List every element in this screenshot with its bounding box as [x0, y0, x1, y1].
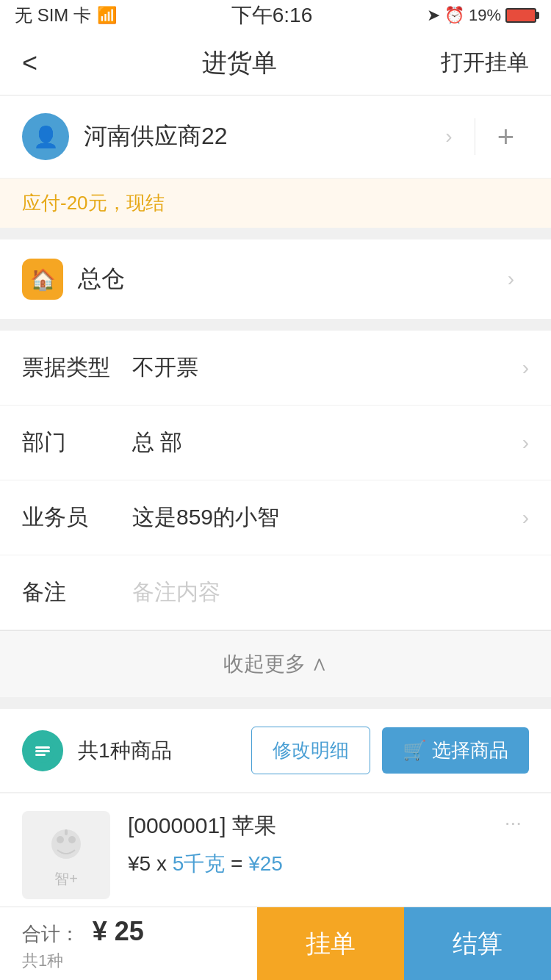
warehouse-name: 总仓: [78, 263, 508, 295]
product-equals: =: [231, 852, 248, 875]
warehouse-icon: 🏠: [22, 259, 63, 300]
add-supplier-button[interactable]: +: [483, 120, 529, 154]
chevron-right-icon: ›: [445, 125, 452, 148]
select-product-button[interactable]: 🛒 选择商品: [382, 727, 529, 774]
status-right: ➤ ⏰ 19%: [427, 6, 536, 25]
product-info: [0000001] 苹果 ¥5 x 5千克 = ¥25: [128, 811, 497, 878]
product-total: ¥25: [248, 852, 283, 875]
svg-point-6: [68, 836, 76, 843]
product-price: ¥5 x 5千克 = ¥25: [128, 850, 497, 878]
open-hang-button[interactable]: 打开挂单: [441, 48, 529, 78]
status-time: 下午6:16: [231, 1, 313, 29]
department-chevron-icon: ›: [522, 431, 529, 455]
product-quantity: 5千克: [173, 852, 226, 875]
page-title: 进货单: [202, 46, 277, 80]
invoice-type-row[interactable]: 票据类型 不开票 ›: [0, 331, 551, 406]
supplier-section: 👤 河南供应商22 › + 应付-20元，现结: [0, 96, 551, 228]
product-unit-price: ¥5 x: [128, 852, 173, 875]
invoice-type-label: 票据类型: [22, 353, 125, 383]
total-label: 合计：: [22, 923, 79, 945]
product-name: [0000001] 苹果: [128, 811, 497, 841]
invoice-type-value: 不开票: [125, 353, 522, 383]
product-header: 共1种商品 修改明细 🛒 选择商品: [0, 709, 551, 793]
product-title: 苹果: [232, 813, 276, 837]
footer-total-row: 合计： ¥ 25: [22, 916, 235, 947]
warehouse-chevron-icon: ›: [508, 267, 514, 291]
battery-percent: 19%: [469, 6, 501, 25]
department-value: 总 部: [125, 428, 522, 458]
location-icon: ➤: [427, 6, 440, 25]
remark-label: 备注: [22, 577, 125, 608]
footer-sub-label: 共1种: [22, 950, 235, 972]
product-code: [0000001]: [128, 813, 232, 837]
product-thumbnail: 智+: [22, 811, 110, 899]
svg-rect-1: [35, 746, 50, 749]
notice-bar: 应付-20元，现结: [0, 179, 551, 228]
avatar-icon: 👤: [33, 125, 59, 149]
collapse-bar[interactable]: 收起更多 ∧: [0, 630, 551, 697]
footer: 合计： ¥ 25 共1种 挂单 结算: [0, 907, 551, 980]
salesperson-chevron-icon: ›: [522, 506, 529, 530]
battery-icon: [505, 8, 536, 23]
product-item: 智+ [0000001] 苹果 ¥5 x 5千克 = ¥25 ···: [0, 793, 551, 917]
settle-button[interactable]: 结算: [404, 907, 551, 981]
notice-text: 应付-20元，现结: [22, 192, 165, 214]
svg-rect-2: [35, 750, 50, 752]
product-count-text: 共1种商品: [78, 737, 251, 765]
supplier-avatar: 👤: [22, 113, 69, 160]
footer-total: 合计： ¥ 25 共1种: [0, 916, 257, 972]
department-row[interactable]: 部门 总 部 ›: [0, 406, 551, 480]
alarm-icon: ⏰: [444, 6, 464, 25]
invoice-chevron-icon: ›: [522, 356, 529, 380]
warehouse-section: 🏠 总仓 ›: [0, 239, 551, 319]
status-bar: 无 SIM 卡 📶 下午6:16 ➤ ⏰ 19%: [0, 0, 551, 31]
salesperson-row[interactable]: 业务员 这是859的小智 ›: [0, 480, 551, 555]
department-label: 部门: [22, 428, 125, 458]
supplier-name: 河南供应商22: [84, 120, 445, 153]
carrier-label: 无 SIM 卡: [15, 4, 91, 27]
svg-rect-3: [35, 754, 46, 756]
product-more-button[interactable]: ···: [497, 811, 529, 835]
remark-row[interactable]: 备注 备注内容: [0, 555, 551, 630]
cart-icon: 🛒: [403, 739, 426, 762]
status-left: 无 SIM 卡 📶: [15, 4, 117, 27]
hang-button[interactable]: 挂单: [257, 907, 404, 981]
salesperson-value: 这是859的小智: [125, 502, 522, 533]
form-section: 票据类型 不开票 › 部门 总 部 › 业务员 这是859的小智 › 备注 备注…: [0, 331, 551, 697]
select-product-label: 选择商品: [432, 738, 508, 763]
nav-bar: < 进货单 打开挂单: [0, 31, 551, 96]
salesperson-label: 业务员: [22, 502, 125, 533]
total-amount: ¥ 25: [93, 916, 144, 946]
collapse-label: 收起更多 ∧: [223, 652, 328, 675]
svg-rect-7: [65, 829, 68, 835]
back-button[interactable]: <: [22, 48, 37, 79]
remark-value: 备注内容: [125, 577, 529, 608]
edit-detail-button[interactable]: 修改明细: [251, 727, 370, 774]
supplier-divider: [475, 118, 475, 155]
warehouse-row[interactable]: 🏠 总仓 ›: [0, 239, 551, 319]
svg-point-5: [57, 836, 64, 843]
supplier-row[interactable]: 👤 河南供应商22 › +: [0, 96, 551, 179]
product-count-icon: [22, 730, 63, 771]
product-section: 共1种商品 修改明细 🛒 选择商品 智+ [0000001]: [0, 709, 551, 917]
wifi-icon: 📶: [97, 6, 117, 25]
